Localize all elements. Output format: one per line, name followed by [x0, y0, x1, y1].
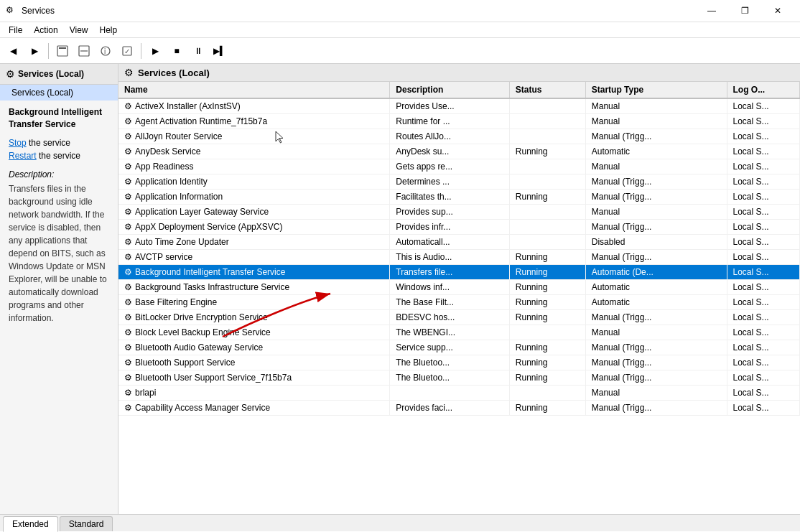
table-row[interactable]: ⚙Base Filtering EngineThe Base Filt...Ru… [118, 295, 800, 310]
toolbar: ◀ ▶ i ✓ ▶ ■ ⏸ ▶▍ [0, 38, 800, 64]
toolbar-separator2 [141, 43, 141, 59]
table-row[interactable]: ⚙Background Intelligent Transfer Service… [118, 265, 800, 280]
col-header-status[interactable]: Status [509, 82, 585, 98]
service-startup-cell: Automatic [585, 280, 727, 295]
service-startup-cell: Manual (Trigg... [585, 340, 727, 355]
tab-standard[interactable]: Standard [60, 516, 113, 531]
button4[interactable]: ✓ [117, 41, 137, 61]
service-status-cell [509, 386, 585, 401]
stop-link[interactable]: Stop [9, 138, 27, 148]
svg-text:i: i [104, 47, 106, 55]
service-logo-cell: Local S... [727, 190, 799, 205]
service-status-cell: Running [509, 340, 585, 355]
table-row[interactable]: ⚙ActiveX Installer (AxInstSV)Provides Us… [118, 98, 800, 114]
button2[interactable] [74, 41, 94, 61]
service-name-cell: ⚙Bluetooth Support Service [118, 355, 390, 370]
stop-suffix: the service [27, 138, 70, 148]
back-button[interactable]: ◀ [3, 41, 23, 61]
service-status-cell: Running [509, 280, 585, 295]
table-row[interactable]: ⚙Block Level Backup Engine ServiceThe WB… [118, 325, 800, 340]
restart-button[interactable]: ▶▍ [210, 41, 230, 61]
col-header-logo[interactable]: Log O... [727, 82, 799, 98]
table-row[interactable]: ⚙Application IdentityDetermines ...Manua… [118, 174, 800, 190]
menu-item-file[interactable]: File [3, 24, 28, 37]
minimize-button[interactable]: — [695, 0, 728, 22]
play-button[interactable]: ▶ [145, 41, 165, 61]
service-icon: ⚙ [124, 101, 132, 111]
service-name-cell: ⚙App Readiness [118, 159, 390, 174]
close-button[interactable]: ✕ [761, 0, 794, 22]
service-name-cell: ⚙BitLocker Drive Encryption Service [118, 310, 390, 325]
restart-link[interactable]: Restart [9, 151, 37, 161]
pause-button[interactable]: ⏸ [188, 41, 208, 61]
svg-text:✓: ✓ [124, 47, 130, 55]
menu-item-action[interactable]: Action [28, 24, 63, 37]
table-row[interactable]: ⚙App ReadinessGets apps re...ManualLocal… [118, 159, 800, 174]
table-row[interactable]: ⚙brlapiManualLocal S... [118, 386, 800, 401]
service-logo-cell: Local S... [727, 355, 799, 370]
window-controls: — ❐ ✕ [695, 0, 794, 22]
service-icon: ⚙ [124, 282, 132, 292]
service-logo-cell: Local S... [727, 340, 799, 355]
services-table-container[interactable]: Name Description Status Startup Type Log… [118, 82, 800, 514]
service-status-cell: Running [509, 370, 585, 386]
table-row[interactable]: ⚙Agent Activation Runtime_7f15b7aRuntime… [118, 114, 800, 129]
button3[interactable]: i [96, 41, 116, 61]
col-header-name[interactable]: Name [118, 82, 390, 98]
service-name-cell: ⚙AVCTP service [118, 250, 390, 265]
service-name-cell: ⚙Base Filtering Engine [118, 295, 390, 310]
service-status-cell [509, 220, 585, 235]
show-hide-console-button[interactable] [52, 41, 73, 61]
table-row[interactable]: ⚙AVCTP serviceThis is Audio...RunningMan… [118, 250, 800, 265]
service-startup-cell: Manual (Trigg... [585, 129, 727, 144]
service-startup-cell: Manual (Trigg... [585, 250, 727, 265]
service-logo-cell: Local S... [727, 310, 799, 325]
service-status-cell: Running [509, 310, 585, 325]
table-row[interactable]: ⚙AppX Deployment Service (AppXSVC)Provid… [118, 220, 800, 235]
col-header-desc[interactable]: Description [390, 82, 509, 98]
service-desc-cell: Provides Use... [390, 98, 509, 114]
nav-item-services-local[interactable]: Services (Local) [0, 85, 118, 101]
title-bar: ⚙ Services — ❐ ✕ [0, 0, 800, 22]
service-name-cell: ⚙Background Tasks Infrastructure Service [118, 280, 390, 295]
table-row[interactable]: ⚙Bluetooth Support ServiceThe Bluetoo...… [118, 355, 800, 370]
table-row[interactable]: ⚙Application Layer Gateway ServiceProvid… [118, 205, 800, 220]
service-icon: ⚙ [124, 373, 132, 383]
table-row[interactable]: ⚙Bluetooth User Support Service_7f15b7aT… [118, 370, 800, 386]
menu-item-view[interactable]: View [64, 24, 94, 37]
service-icon: ⚙ [124, 342, 132, 353]
service-status-cell: Running [509, 355, 585, 370]
service-logo-cell: Local S... [727, 235, 799, 250]
maximize-button[interactable]: ❐ [728, 0, 761, 22]
service-status-cell [509, 205, 585, 220]
stop-button[interactable]: ■ [167, 41, 187, 61]
table-row[interactable]: ⚙Background Tasks Infrastructure Service… [118, 280, 800, 295]
service-desc-cell: BDESVC hos... [390, 310, 509, 325]
table-row[interactable]: ⚙Auto Time Zone UpdaterAutomaticall...Di… [118, 235, 800, 250]
col-header-startup[interactable]: Startup Type [585, 82, 727, 98]
service-desc-cell: Provides faci... [390, 401, 509, 416]
service-name-cell: ⚙Block Level Backup Engine Service [118, 325, 390, 340]
tab-extended[interactable]: Extended [3, 516, 58, 532]
nav-header: ⚙ Services (Local) [0, 64, 118, 85]
service-icon: ⚙ [124, 131, 132, 141]
table-row[interactable]: ⚙BitLocker Drive Encryption ServiceBDESV… [118, 310, 800, 325]
toolbar-separator [48, 43, 49, 59]
table-row[interactable]: ⚙Application InformationFacilitates th..… [118, 190, 800, 205]
table-row[interactable]: ⚙Bluetooth Audio Gateway ServiceService … [118, 340, 800, 355]
service-name-cell: ⚙Agent Activation Runtime_7f15b7a [118, 114, 390, 129]
menu-item-help[interactable]: Help [94, 24, 124, 37]
service-icon: ⚙ [124, 207, 132, 217]
service-desc-cell: Transfers file... [390, 265, 509, 280]
service-name-cell: ⚙Application Information [118, 190, 390, 205]
service-status-cell [509, 235, 585, 250]
service-status-cell: Running [509, 250, 585, 265]
service-icon: ⚙ [124, 116, 132, 126]
table-row[interactable]: ⚙AnyDesk ServiceAnyDesk su...RunningAuto… [118, 144, 800, 159]
description-label: Description: [9, 169, 109, 179]
forward-button[interactable]: ▶ [24, 41, 45, 61]
table-row[interactable]: ⚙AllJoyn Router ServiceRoutes AllJo...Ma… [118, 129, 800, 144]
table-row[interactable]: ⚙Capability Access Manager ServiceProvid… [118, 401, 800, 416]
service-logo-cell: Local S... [727, 144, 799, 159]
service-startup-cell: Manual [585, 386, 727, 401]
